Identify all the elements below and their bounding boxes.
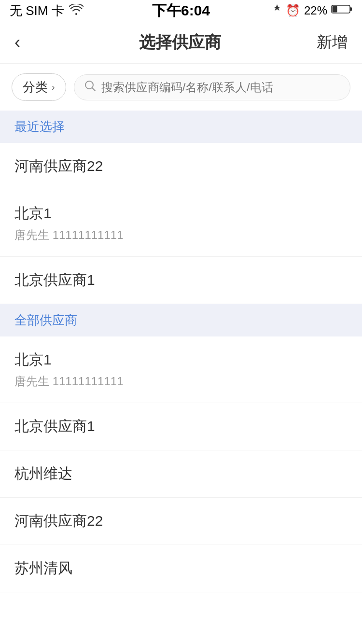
nav-bar: ‹ 选择供应商 新增 [0,21,362,64]
list-item[interactable]: 北京供应商1 [0,257,362,304]
add-button[interactable]: 新增 [317,32,348,53]
item-sub: 唐先生 11111111111 [14,374,348,389]
content-list: 最近选择河南供应商22北京1唐先生 11111111111北京供应商1全部供应商… [0,111,362,592]
status-right: ⏰ 22% [272,4,352,17]
item-name: 河南供应商22 [14,156,348,176]
item-name: 北京供应商1 [14,417,348,436]
wifi-icon [69,3,84,18]
section-header-0: 最近选择 [0,111,362,143]
search-icon [84,80,97,95]
item-sub: 唐先生 11111111111 [14,227,348,243]
item-name: 北京供应商1 [14,270,348,290]
list-item[interactable]: 河南供应商22 [0,143,362,190]
item-name: 河南供应商22 [14,511,348,531]
list-item[interactable]: 苏州清风 [0,545,362,592]
back-button[interactable]: ‹ [14,32,43,53]
list-item[interactable]: 北京供应商1 [0,403,362,450]
item-name: 杭州维达 [14,464,348,484]
item-name: 苏州清风 [14,559,348,578]
list-item[interactable]: 北京1唐先生 11111111111 [0,336,362,403]
search-box[interactable] [74,74,350,100]
list-item[interactable]: 杭州维达 [0,450,362,498]
category-button[interactable]: 分类 › [12,73,66,101]
battery-icon [331,4,352,17]
list-item[interactable]: 河南供应商22 [0,498,362,545]
category-label: 分类 [23,79,48,96]
status-time: 下午6:04 [152,1,210,21]
svg-rect-1 [350,7,352,11]
status-bar: 无 SIM 卡 下午6:04 ⏰ 22% [0,0,362,21]
carrier-text: 无 SIM 卡 [10,2,64,19]
filter-bar: 分类 › [0,64,362,111]
list-item[interactable]: 北京1唐先生 11111111111 [0,190,362,257]
section-header-1: 全部供应商 [0,304,362,336]
item-name: 北京1 [14,204,348,224]
svg-rect-2 [333,6,337,13]
chevron-icon: › [52,82,55,93]
battery-text: 22% [304,4,327,17]
search-input[interactable] [101,81,340,94]
alarm-icon: ⏰ [286,4,300,17]
item-name: 北京1 [14,350,348,370]
status-left: 无 SIM 卡 [10,2,84,19]
location-icon [272,4,282,17]
page-title: 选择供应商 [139,31,221,54]
